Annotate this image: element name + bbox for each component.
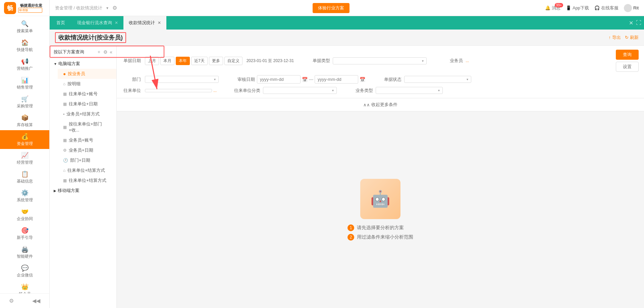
sidebar-item-label: 系统管理 bbox=[17, 197, 33, 203]
sidebar-item-member[interactable]: 👑 畅会员 bbox=[0, 280, 49, 293]
scheme-item-partner-dept[interactable]: ▦ 按往来单位+部门+收... bbox=[58, 119, 116, 135]
partner-more[interactable]: ... bbox=[213, 88, 217, 93]
doc-status-select[interactable]: ▾ bbox=[404, 76, 471, 83]
filter-area: 单据日期 上月 本月 本年 近7天 更多 自定义 2023-01-01 至 20… bbox=[117, 46, 644, 98]
sidebar-item-label: 快捷导航 bbox=[17, 47, 33, 53]
online-service-button[interactable]: 🎧 在线客服 bbox=[594, 5, 619, 11]
doc-type-select[interactable]: ▾ bbox=[333, 57, 427, 64]
query-button[interactable]: 查询 bbox=[616, 50, 639, 60]
tab-cashflow-close[interactable]: ✕ bbox=[115, 20, 118, 25]
scheme-item-dept-date[interactable]: 🕐 部门+日期 bbox=[58, 155, 116, 165]
date-range-display: 2023-01-01 至 2023-12-31 bbox=[247, 58, 294, 64]
scheme-home-icon: ⌂ bbox=[63, 82, 65, 86]
panel-action-group: ＋ ⚙ « bbox=[97, 49, 112, 55]
scheme-item-sales-account[interactable]: ▦ 业务员+账号 bbox=[58, 135, 116, 145]
tabbar-close-icon[interactable]: ✕ bbox=[629, 20, 633, 26]
message-button[interactable]: 🔔 消息 99+ bbox=[545, 5, 560, 11]
review-date-group: 审核日期 📅 — 📅 bbox=[236, 75, 365, 84]
sidebar: 畅 畅捷通好生意 标准版 🔍 搜索菜单 🏠 快捷导航 📢 营销推广 📊 销售管理… bbox=[0, 0, 50, 308]
scheme-clock-icon: 🕐 bbox=[63, 158, 68, 163]
add-scheme-icon[interactable]: ＋ bbox=[97, 49, 101, 55]
scheme-label: 往来单位+结算方式 bbox=[67, 167, 105, 173]
calendar-icon-start[interactable]: 📅 bbox=[302, 77, 308, 82]
biz-type-arrow: ▾ bbox=[438, 89, 440, 92]
set-button[interactable]: 设置 bbox=[616, 62, 639, 72]
sidebar-item-collab[interactable]: 🤝 企业协同 bbox=[0, 205, 49, 224]
review-date-end[interactable] bbox=[315, 75, 358, 84]
settings-footer-btn[interactable]: ⚙ bbox=[6, 296, 16, 305]
collapse-panel-icon[interactable]: « bbox=[110, 49, 112, 55]
sidebar-item-sales[interactable]: 📊 销售管理 bbox=[0, 74, 49, 93]
tab-receipt[interactable]: 收款情况统计 ✕ bbox=[123, 16, 166, 30]
app-download-button[interactable]: 📱 App下载 bbox=[566, 5, 589, 11]
sidebar-item-label: 企业微信 bbox=[17, 272, 33, 278]
scheme-item-detail[interactable]: ⌂ 按明细 bbox=[58, 79, 116, 89]
sidebar-item-wechat[interactable]: 💬 企业微信 bbox=[0, 262, 49, 280]
collapse-chevron-icon: ∧∧ bbox=[363, 102, 370, 107]
tree-group-label: 电脑端方案 bbox=[58, 61, 80, 67]
scheme-item-sales-date[interactable]: ⚙ 业务员+日期 bbox=[58, 145, 116, 155]
salesperson-more[interactable]: ... bbox=[466, 58, 469, 63]
user-area[interactable]: Rit bbox=[624, 4, 639, 12]
sidebar-item-marketing[interactable]: 📢 营销推广 bbox=[0, 55, 49, 74]
tab-receipt-close[interactable]: ✕ bbox=[158, 20, 161, 25]
sidebar-item-guide[interactable]: 🎯 新手引导 bbox=[0, 224, 49, 243]
scheme-item-sales-settle[interactable]: ▪ 业务员+结算方式 bbox=[58, 109, 116, 119]
page-actions: ↑ 导出 ↻ 刷新 bbox=[609, 35, 639, 41]
sidebar-item-management[interactable]: 📈 经营管理 bbox=[0, 149, 49, 168]
tab-cashflow[interactable]: 现金银行流水查询 ✕ bbox=[72, 16, 123, 30]
dept-label: 部门 bbox=[122, 76, 141, 83]
date-btn-thismonth[interactable]: 本月 bbox=[160, 57, 174, 65]
service-icon: 🎧 bbox=[594, 5, 600, 10]
collapse-footer-btn[interactable]: ◀◀ bbox=[30, 296, 43, 305]
tree-group-desktop[interactable]: ▼ 电脑端方案 bbox=[50, 59, 116, 69]
biz-type-select[interactable]: ▾ bbox=[376, 87, 443, 94]
topbar-dropdown[interactable]: ▾ bbox=[106, 6, 108, 10]
sidebar-item-purchase[interactable]: 🛒 采购管理 bbox=[0, 93, 49, 111]
tabbar: 首页 现金银行流水查询 ✕ 收款情况统计 ✕ ✕ ⛶ bbox=[50, 16, 644, 30]
sidebar-item-finance[interactable]: 💰 资金管理 bbox=[0, 130, 49, 149]
tree-group-mobile[interactable]: ▶ 移动端方案 bbox=[50, 186, 116, 196]
tab-home[interactable]: 首页 bbox=[50, 16, 72, 30]
date-btn-lastmonth[interactable]: 上月 bbox=[145, 57, 159, 65]
scheme-home2-icon: ⌂ bbox=[63, 168, 65, 173]
empty-step-2: 2 用过滤条件来缩小分析范围 bbox=[347, 234, 413, 241]
sales-icon: 📊 bbox=[21, 76, 29, 84]
scheme-item-partner-date[interactable]: ▦ 往来单位+日期 bbox=[58, 99, 116, 109]
dept-select[interactable]: ▾ bbox=[145, 76, 219, 83]
scheme-label: 按往来单位+部门+收... bbox=[69, 121, 112, 133]
date-buttons-group: 上月 本月 本年 近7天 更多 自定义 bbox=[145, 57, 243, 65]
sidebar-item-hardware[interactable]: 🖨️ 智能硬件 bbox=[0, 243, 49, 262]
date-btn-custom[interactable]: 自定义 bbox=[224, 57, 243, 65]
tabbar-right: ✕ ⛶ bbox=[629, 20, 644, 26]
scheme-item-partner-settle1[interactable]: ⌂ 往来单位+结算方式 bbox=[58, 165, 116, 175]
sidebar-item-inventory[interactable]: 📦 库存核算 bbox=[0, 111, 49, 130]
export-button[interactable]: ↑ 导出 bbox=[609, 35, 621, 41]
partner-type-label: 往来单位分类 bbox=[234, 88, 260, 94]
trial-button[interactable]: 体验行业方案 bbox=[313, 3, 350, 13]
date-btn-thisyear[interactable]: 本年 bbox=[176, 57, 190, 65]
sidebar-item-search[interactable]: 🔍 搜索菜单 bbox=[0, 17, 49, 36]
review-date-start[interactable] bbox=[257, 75, 301, 84]
scheme-item-partner-account[interactable]: ▦ 往来单位+账号 bbox=[58, 89, 116, 99]
gear-scheme-icon[interactable]: ⚙ bbox=[103, 49, 108, 55]
sidebar-item-basic[interactable]: 📋 基础信息 bbox=[0, 168, 49, 187]
partner-type-select[interactable]: ▾ bbox=[263, 87, 337, 94]
scheme-item-partner-settle2[interactable]: ▦ 往来单位+结算方式 bbox=[58, 175, 116, 186]
sidebar-item-label: 经营管理 bbox=[17, 160, 33, 165]
sidebar-item-system[interactable]: ⚙️ 系统管理 bbox=[0, 187, 49, 205]
scheme-item-salesperson[interactable]: ● 按业务员 bbox=[58, 69, 116, 79]
date-btn-7days[interactable]: 近7天 bbox=[191, 57, 208, 65]
date-btn-more[interactable]: 更多 bbox=[209, 57, 223, 65]
salesperson-label: 业务员 bbox=[444, 58, 463, 64]
refresh-button[interactable]: ↻ 刷新 bbox=[625, 35, 639, 41]
sidebar-item-quicknav[interactable]: 🏠 快捷导航 bbox=[0, 36, 49, 55]
purchase-icon: 🛒 bbox=[21, 95, 29, 103]
tabbar-maximize-icon[interactable]: ⛶ bbox=[636, 20, 641, 26]
partner-select[interactable] bbox=[145, 89, 212, 92]
calendar-icon-end[interactable]: 📅 bbox=[360, 77, 365, 82]
topbar-gear-icon[interactable]: ⚙ bbox=[112, 5, 117, 11]
tree-collapse-arrow: ▶ bbox=[54, 189, 56, 193]
logo-badge: 标准版 bbox=[18, 8, 42, 13]
collapse-button[interactable]: ∧∧ 收起更多条件 bbox=[363, 102, 397, 108]
